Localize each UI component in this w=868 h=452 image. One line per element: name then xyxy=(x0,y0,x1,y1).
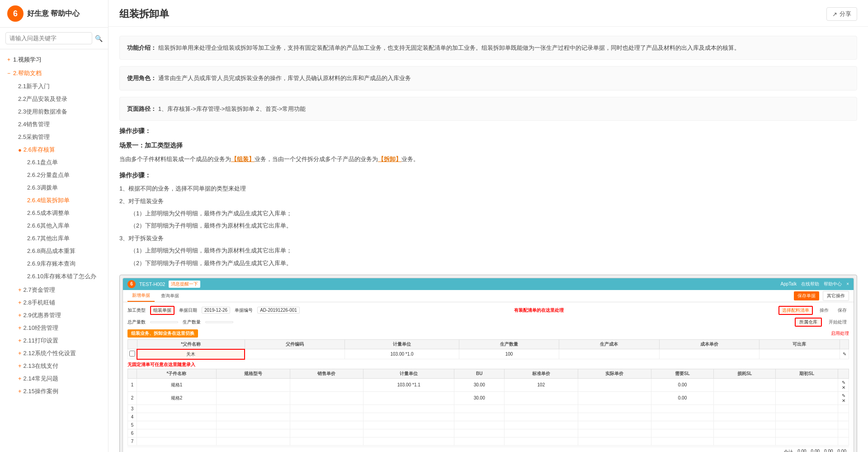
col-no xyxy=(128,369,137,378)
sidebar-item-help-docs[interactable]: − 2.帮助文档 xyxy=(0,67,108,80)
cell-bu2[interactable]: 30.00 xyxy=(454,391,505,404)
child-row-7: 7 xyxy=(128,437,849,445)
cell-act[interactable]: ✎ xyxy=(840,349,849,359)
cell-need2[interactable]: 0.00 xyxy=(651,391,714,404)
cell-produce-qty[interactable]: 100 xyxy=(459,349,559,359)
app-close-icon[interactable]: × xyxy=(846,281,849,286)
cell-init1[interactable] xyxy=(776,378,838,391)
nav-item-2.1[interactable]: 2.1新手入门 xyxy=(14,80,108,93)
cell-name[interactable]: 关木 xyxy=(137,349,245,359)
nav-item-2.3[interactable]: 2.3使用前数据准备 xyxy=(14,105,108,118)
nav-item-2.6.4[interactable]: 2.6.4组装拆卸单 xyxy=(24,194,108,207)
r4c9 xyxy=(713,413,776,421)
cell-stdp2[interactable] xyxy=(505,391,578,404)
tab-new-order[interactable]: 新增单据 xyxy=(127,290,155,302)
sidebar-item-video[interactable]: + 1.视频学习 xyxy=(0,53,108,67)
warehouse-input[interactable]: 所属仓库 xyxy=(795,318,822,327)
cell-cname2[interactable]: 规格2 xyxy=(137,391,217,404)
row4-c1[interactable] xyxy=(137,413,217,421)
r3c2 xyxy=(217,404,290,413)
cell-init2[interactable] xyxy=(776,391,838,404)
nav-item-2.15[interactable]: +2.15操作案例 xyxy=(14,385,108,398)
nav-item-2.5[interactable]: 2.5采购管理 xyxy=(14,131,108,143)
qty-input[interactable] xyxy=(150,321,178,323)
cell-loss1[interactable] xyxy=(713,378,776,391)
nav-item-2.6.5[interactable]: 2.6.5成本调整单 xyxy=(24,207,108,219)
cell-code[interactable] xyxy=(245,349,344,359)
app-topbar-btn1[interactable]: 消息提醒一下 xyxy=(169,281,200,288)
col-bu: BU xyxy=(454,369,505,378)
r5c11 xyxy=(838,421,849,429)
col-need-sl: 需要SL xyxy=(651,369,714,378)
nav-item-2.2[interactable]: 2.2产品安装及登录 xyxy=(14,93,108,105)
cell-spec1[interactable] xyxy=(217,378,290,391)
r3c11 xyxy=(838,404,849,413)
cell-loss2[interactable] xyxy=(713,391,776,404)
cell-spec2[interactable] xyxy=(217,391,290,404)
r6c2 xyxy=(217,429,290,437)
r3c10 xyxy=(776,404,838,413)
cell-sp2[interactable] xyxy=(290,391,363,404)
search-button[interactable]: 🔍 xyxy=(95,35,103,42)
share-button[interactable]: ↗ 分享 xyxy=(826,7,857,21)
btn-save-order[interactable]: 保存单据 xyxy=(794,291,819,300)
cell-ops2[interactable]: ✎ ✕ xyxy=(838,391,849,404)
nav-item-2.8[interactable]: +2.8手机旺铺 xyxy=(14,296,108,309)
cell-actp1[interactable] xyxy=(578,378,651,391)
btn-other-ops[interactable]: 其它操作 xyxy=(823,291,849,301)
btn-action1[interactable]: 操作 xyxy=(817,307,831,314)
nav-item-2.14[interactable]: +2.14常见问题 xyxy=(14,372,108,385)
btn-action2[interactable]: 保存 xyxy=(835,307,849,314)
cell-produce-cost[interactable] xyxy=(559,349,659,359)
nav-item-2.6.6[interactable]: 2.6.6其他入库单 xyxy=(24,219,108,232)
nav-item-2.6.2[interactable]: 2.6.2分量盘点单 xyxy=(24,169,108,181)
nav-item-2.6.10[interactable]: 2.6.10库存账本错了怎么办 xyxy=(24,270,108,283)
cell-ops1[interactable]: ✎ ✕ xyxy=(838,378,849,391)
row-checkbox[interactable] xyxy=(129,351,135,357)
nav-item-2.6.9[interactable]: 2.6.9库存账本查询 xyxy=(24,257,108,270)
cell-can-out[interactable] xyxy=(759,349,840,359)
cell-unit2[interactable] xyxy=(363,391,454,404)
cell-checkbox[interactable] xyxy=(128,349,137,359)
cell-cost-unit[interactable] xyxy=(659,349,759,359)
nav-item-2.9[interactable]: +2.9优惠券管理 xyxy=(14,309,108,322)
r4c2 xyxy=(217,413,290,421)
nav-item-2.12[interactable]: +2.12系统个性化设置 xyxy=(14,347,108,360)
nav-item-2.13[interactable]: +2.13在线支付 xyxy=(14,360,108,372)
cell-cname1[interactable]: 规格1 xyxy=(137,378,217,391)
cell-sp1[interactable] xyxy=(290,378,363,391)
cell-unit1[interactable]: 103.00 *1.1 xyxy=(363,378,454,391)
btn-action3[interactable]: 开始处理 xyxy=(826,319,849,326)
search-input[interactable] xyxy=(5,32,92,44)
cell-stdp1[interactable]: 102 xyxy=(505,378,578,391)
row6-c1[interactable] xyxy=(137,429,217,437)
col-child-name: *子件名称 xyxy=(137,369,217,378)
nav-item-2.6[interactable]: ●2.6库存核算 xyxy=(14,143,108,156)
cell-actp2[interactable] xyxy=(578,391,651,404)
r3c4 xyxy=(363,404,454,413)
plus-icon: + xyxy=(18,375,22,382)
nav-item-2.11[interactable]: +2.11打印设置 xyxy=(14,334,108,347)
tab-query-order[interactable]: 查询单据 xyxy=(156,290,184,301)
nav-item-2.6.1[interactable]: 2.6.1盘点单 xyxy=(24,156,108,169)
process-type-label: 加工类型 xyxy=(127,307,146,314)
nav-item-2.7[interactable]: +2.7资金管理 xyxy=(14,284,108,296)
nav-item-2.6.7[interactable]: 2.6.7其他出库单 xyxy=(24,232,108,245)
btn-select-bom[interactable]: 选择配料清单 xyxy=(778,306,813,315)
nav-item-2.6.8[interactable]: 2.6.8商品成本重算 xyxy=(24,245,108,257)
process-type-input[interactable]: 组装单据 xyxy=(150,306,175,315)
date-input[interactable]: 2019-12-26 xyxy=(202,307,230,314)
cell-need1[interactable]: 0.00 xyxy=(651,378,714,391)
row5-c1[interactable] xyxy=(137,421,217,429)
number-input[interactable]: AD-20191226-001 xyxy=(257,307,300,314)
row3-c1[interactable] xyxy=(137,404,217,413)
path-label: 页面路径： xyxy=(127,105,156,112)
nav-item-2.6.3[interactable]: 2.6.3调拨单 xyxy=(24,181,108,194)
cell-no1: 1 xyxy=(128,378,137,391)
cell-bu1[interactable]: 30.00 xyxy=(454,378,505,391)
row7-c1[interactable] xyxy=(137,437,217,445)
nav-item-2.4[interactable]: 2.4销售管理 xyxy=(14,118,108,131)
cell-qty-unit[interactable]: 103.00 *1.0 xyxy=(345,349,459,359)
qty-unit-input[interactable] xyxy=(205,321,233,323)
nav-item-2.10[interactable]: +2.10经营管理 xyxy=(14,322,108,334)
